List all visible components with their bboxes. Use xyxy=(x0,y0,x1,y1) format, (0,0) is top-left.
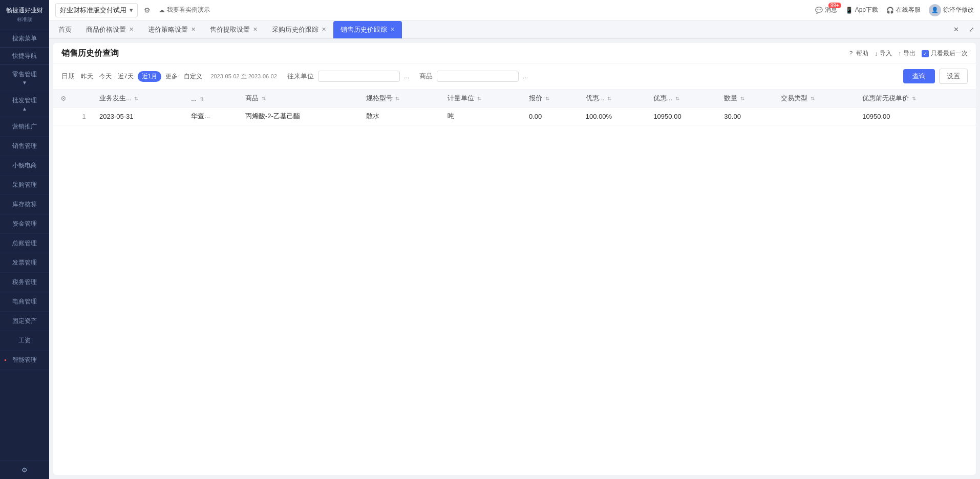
page-header: 销售历史价查询 ？ 帮助 ↓ 导入 ↑ 导出 ✓ 只看最后一次 xyxy=(53,43,976,63)
sidebar-item-label: 采购管理 xyxy=(12,181,37,189)
date-label: 日期 xyxy=(61,72,75,81)
filter-bar: 日期 昨天 今天 近7天 近1月 更多 自定义 2023-05-02 至 202… xyxy=(53,63,976,90)
export-icon: ↑ xyxy=(898,50,901,57)
message-icon: 💬 xyxy=(815,7,823,14)
tab-sale-extract[interactable]: 售价提取设置 ✕ xyxy=(203,21,265,38)
service-button[interactable]: 🎧 在线客服 xyxy=(886,6,921,14)
close-icon[interactable]: ✕ xyxy=(253,26,258,33)
sidebar-item-label: 营销推广 xyxy=(12,122,37,131)
date-opt-yesterday[interactable]: 昨天 xyxy=(79,71,95,82)
chevron-up-icon: ▲ xyxy=(22,106,27,112)
source-unit-input[interactable] xyxy=(318,71,400,82)
date-opt-last7[interactable]: 近7天 xyxy=(116,71,136,82)
only-last-toggle[interactable]: ✓ 只看最后一次 xyxy=(922,49,968,58)
col-price[interactable]: 报价 ⇅ xyxy=(524,90,581,107)
sidebar-item-sales[interactable]: 销售管理 xyxy=(0,137,49,156)
data-table: ⚙ 业务发生... ⇅ ... ⇅ 商品 ⇅ 规格型号 ⇅ 计量单位 ⇅ 报价 … xyxy=(53,90,976,125)
col-discount2[interactable]: 优惠... ⇅ xyxy=(648,90,719,107)
source-unit-filter-group: 往来单位 ... xyxy=(287,71,409,82)
topbar-settings-button[interactable]: ⚙ xyxy=(144,6,151,14)
close-icon[interactable]: ✕ xyxy=(191,26,196,33)
col-product[interactable]: 商品 ⇅ xyxy=(240,90,361,107)
headset-icon: 🎧 xyxy=(886,7,894,14)
sidebar-item-invoice[interactable]: 发票管理 xyxy=(0,253,49,273)
sidebar-settings-button[interactable]: ⚙ xyxy=(0,461,49,479)
demo-button[interactable]: ☁ 我要看实例演示 xyxy=(159,6,210,14)
sidebar-item-tax[interactable]: 税务管理 xyxy=(0,273,49,292)
sidebar-item-label: 工资 xyxy=(18,336,31,345)
tab-purchase-strategy[interactable]: 进价策略设置 ✕ xyxy=(141,21,203,38)
sidebar-item-ledger[interactable]: 总账管理 xyxy=(0,234,49,253)
user-menu[interactable]: 👤 徐泽华修改 xyxy=(929,4,974,16)
sidebar-item-inventory[interactable]: 库存核算 xyxy=(0,195,49,214)
edition-label: 好业财标准版交付试用 xyxy=(60,6,126,15)
page-content: 销售历史价查询 ？ 帮助 ↓ 导入 ↑ 导出 ✓ 只看最后一次 xyxy=(53,43,976,475)
close-icon[interactable]: ✕ xyxy=(322,26,326,33)
gear-icon: ⚙ xyxy=(22,466,28,474)
row-product: 丙烯酸-2-乙基己酯 xyxy=(240,107,361,125)
date-opt-last1m[interactable]: 近1月 xyxy=(138,71,162,82)
tab-label: 售价提取设置 xyxy=(210,25,250,34)
sidebar-item-label: 智能管理 xyxy=(12,356,37,364)
import-button[interactable]: ↓ 导入 xyxy=(875,49,892,58)
message-badge: 99+ xyxy=(828,3,841,8)
col-pretax-price[interactable]: 优惠前无税单价 ⇅ xyxy=(857,90,976,107)
col-trade-type[interactable]: 交易类型 ⇅ xyxy=(776,90,857,107)
sidebar-item-label: 发票管理 xyxy=(12,258,37,267)
date-opt-custom[interactable]: 自定义 xyxy=(182,71,204,82)
tab-expand-button[interactable]: ⤢ xyxy=(965,23,978,36)
query-button[interactable]: 查询 xyxy=(903,69,935,83)
tab-home[interactable]: 首页 xyxy=(51,21,79,38)
checkbox-icon: ✓ xyxy=(922,50,929,57)
sidebar-item-smart[interactable]: 智能管理 xyxy=(0,351,49,370)
tab-price-setting[interactable]: 商品价格设置 ✕ xyxy=(79,21,141,38)
help-button[interactable]: ？ 帮助 xyxy=(848,49,868,58)
import-icon: ↓ xyxy=(875,50,878,57)
sidebar-item-wholesale[interactable]: 批发管理 ▲ xyxy=(0,91,49,117)
sidebar-item-payroll[interactable]: 工资 xyxy=(0,331,49,351)
col-discount1[interactable]: 优惠... ⇅ xyxy=(581,90,649,107)
tab-sale-history[interactable]: 销售历史价跟踪 ✕ xyxy=(333,21,402,38)
sidebar-item-marketing[interactable]: 营销推广 xyxy=(0,117,49,137)
edition-selector[interactable]: 好业财标准版交付试用 ▾ xyxy=(55,3,138,17)
source-unit-more[interactable]: ... xyxy=(404,73,409,80)
tab-bar: 首页 商品价格设置 ✕ 进价策略设置 ✕ 售价提取设置 ✕ 采购历史价跟踪 ✕ … xyxy=(49,20,980,39)
col-qty[interactable]: 数量 ⇅ xyxy=(719,90,776,107)
chevron-down-icon: ▼ xyxy=(22,80,27,85)
tab-purchase-history[interactable]: 采购历史价跟踪 ✕ xyxy=(265,21,333,38)
sidebar-item-label: 税务管理 xyxy=(12,278,37,287)
col-more1[interactable]: ... ⇅ xyxy=(186,90,240,107)
sidebar-item-purchase[interactable]: 采购管理 xyxy=(0,176,49,195)
row-more1: 华查... xyxy=(186,107,240,125)
messages-button[interactable]: 💬 消息 99+ xyxy=(815,6,837,14)
sidebar-item-capital[interactable]: 资金管理 xyxy=(0,214,49,234)
col-gear[interactable]: ⚙ xyxy=(53,90,74,107)
sidebar-search[interactable]: 搜索菜单 xyxy=(0,30,49,48)
sidebar-quick-nav[interactable]: 快捷导航 xyxy=(0,48,49,65)
row-unit: 吨 xyxy=(442,107,524,125)
tab-close-button[interactable]: ✕ xyxy=(949,23,963,36)
filter-actions: 查询 设置 xyxy=(903,69,968,84)
page-title: 销售历史价查询 xyxy=(61,48,119,59)
sidebar-item-label: 总账管理 xyxy=(12,239,37,248)
close-icon[interactable]: ✕ xyxy=(390,26,395,33)
row-biz-date: 2023-05-31 xyxy=(94,107,186,125)
col-biz-date[interactable]: 业务发生... ⇅ xyxy=(94,90,186,107)
product-input[interactable] xyxy=(437,71,519,82)
sidebar-item-ecommerce[interactable]: 电商管理 xyxy=(0,292,49,312)
product-more[interactable]: ... xyxy=(523,73,528,80)
settings-button[interactable]: 设置 xyxy=(939,69,968,84)
sidebar-item-ecommerce-small[interactable]: 小畅电商 xyxy=(0,156,49,176)
col-unit[interactable]: 计量单位 ⇅ xyxy=(442,90,524,107)
row-discount1: 100.00% xyxy=(581,107,649,125)
sidebar-item-retail[interactable]: 零售管理 ▼ xyxy=(0,65,49,91)
col-spec[interactable]: 规格型号 ⇅ xyxy=(361,90,442,107)
date-opt-today[interactable]: 今天 xyxy=(97,71,114,82)
close-icon[interactable]: ✕ xyxy=(129,26,134,33)
app-download-button[interactable]: 📱 App下载 xyxy=(845,6,878,14)
date-opt-more[interactable]: 更多 xyxy=(163,71,180,82)
sidebar-item-assets[interactable]: 固定资产 xyxy=(0,312,49,331)
table-row: 1 2023-05-31 华查... 丙烯酸-2-乙基己酯 散水 吨 0.00 … xyxy=(53,107,976,125)
sidebar-item-label: 固定资产 xyxy=(12,317,37,325)
export-button[interactable]: ↑ 导出 xyxy=(898,49,915,58)
